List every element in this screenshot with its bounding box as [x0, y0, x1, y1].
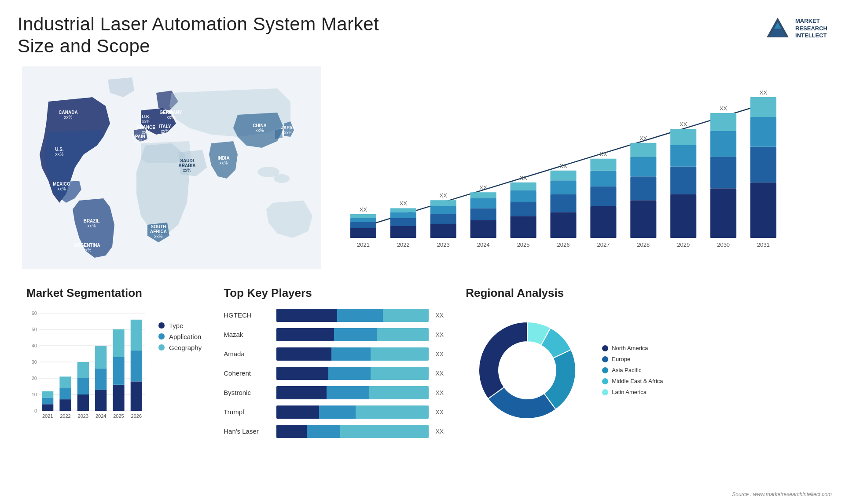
svg-text:2023: 2023	[437, 241, 450, 248]
svg-text:30: 30	[32, 359, 37, 365]
legend-dot	[158, 344, 165, 351]
player-value: XX	[436, 428, 444, 435]
player-value: XX	[436, 312, 444, 319]
legend-dot	[158, 322, 165, 329]
svg-text:ARABIA: ARABIA	[179, 163, 196, 168]
source-text: Source : www.marketresearchintellect.com	[732, 491, 832, 497]
svg-text:60: 60	[32, 310, 37, 316]
svg-text:xx%: xx%	[55, 152, 64, 157]
svg-rect-140	[131, 381, 142, 411]
svg-rect-65	[511, 202, 536, 216]
svg-rect-120	[42, 404, 53, 411]
svg-text:XX: XX	[360, 206, 367, 213]
svg-text:xx%: xx%	[284, 130, 293, 135]
svg-rect-77	[590, 186, 616, 206]
svg-text:XX: XX	[639, 135, 647, 141]
svg-rect-94	[710, 188, 736, 238]
svg-rect-48	[390, 212, 416, 218]
key-players-section: Top Key Players HGTECH XX Mazak XX Amada…	[210, 286, 457, 504]
svg-text:2030: 2030	[717, 241, 730, 248]
svg-rect-43	[350, 214, 376, 218]
player-bar-seg	[331, 347, 371, 361]
donut-wrapper: North AmericaEuropeAsia PacificMiddle Ea…	[466, 309, 819, 432]
svg-text:xx%: xx%	[135, 139, 143, 144]
page-title: Industrial Laser Automation System Marke…	[18, 13, 414, 58]
player-bar-seg	[276, 425, 307, 438]
regional-dot	[602, 378, 608, 384]
svg-text:2024: 2024	[96, 413, 106, 419]
svg-text:JAPAN: JAPAN	[281, 125, 295, 130]
svg-text:XX: XX	[480, 184, 488, 191]
svg-text:xx%: xx%	[220, 161, 228, 165]
svg-rect-41	[350, 222, 376, 228]
legend-label: Geography	[169, 344, 202, 351]
svg-rect-76	[590, 206, 616, 238]
svg-text:CANADA: CANADA	[59, 110, 77, 115]
player-bar-container	[276, 425, 428, 438]
bar-chart-wrapper: XX2021XX2022XX2023XX2024XX2025XX2026XX20…	[334, 71, 819, 264]
player-value: XX	[436, 389, 444, 396]
svg-text:40: 40	[32, 343, 37, 348]
player-row: Trumpf XX	[224, 405, 444, 419]
svg-text:2026: 2026	[557, 241, 570, 248]
svg-rect-53	[430, 214, 456, 224]
top-row: CANADA xx% U.S. xx% MEXICO xx% BRAZIL xx…	[9, 62, 836, 282]
svg-text:0: 0	[34, 408, 37, 413]
regional-dot	[602, 345, 608, 351]
svg-rect-60	[470, 198, 496, 208]
player-bar-seg	[383, 309, 429, 322]
regional-title: Regional Analysis	[466, 286, 819, 300]
svg-text:XX: XX	[720, 105, 727, 112]
player-bar-seg	[356, 405, 429, 419]
donut-segment	[479, 322, 527, 399]
regional-legend-item: North America	[602, 345, 663, 351]
player-bar-seg	[340, 425, 428, 438]
regional-legend-item: Asia Pacific	[602, 367, 663, 373]
player-value: XX	[436, 370, 444, 377]
player-bar-seg	[371, 347, 428, 361]
svg-text:xx%: xx%	[64, 115, 73, 120]
svg-rect-137	[113, 357, 124, 385]
player-list: HGTECH XX Mazak XX Amada XX Coherent XX …	[224, 309, 444, 438]
svg-rect-49	[390, 208, 416, 212]
player-row: Han's Laser XX	[224, 425, 444, 438]
svg-rect-136	[113, 385, 124, 411]
seg-chart: 0102030405060202120222023202420252026	[26, 309, 150, 432]
regional-legend-item: Middle East & Africa	[602, 378, 663, 384]
svg-text:SOUTH: SOUTH	[151, 224, 166, 229]
svg-rect-61	[470, 192, 496, 198]
legend-label: Application	[169, 333, 201, 340]
svg-text:xx%: xx%	[167, 115, 175, 120]
svg-text:SAUDI: SAUDI	[180, 158, 194, 163]
svg-text:xx%: xx%	[154, 234, 163, 239]
svg-text:2022: 2022	[60, 413, 70, 419]
svg-text:xx%: xx%	[256, 128, 264, 133]
svg-text:xx%: xx%	[161, 129, 169, 134]
svg-rect-70	[550, 212, 576, 238]
regional-label: Europe	[612, 356, 630, 362]
svg-text:xx%: xx%	[88, 223, 96, 228]
svg-point-5	[274, 174, 290, 183]
svg-rect-79	[590, 158, 616, 170]
svg-text:2027: 2027	[597, 241, 610, 248]
svg-text:2028: 2028	[637, 241, 650, 248]
svg-text:xx%: xx%	[142, 119, 151, 124]
player-row: Coherent XX	[224, 367, 444, 380]
svg-text:10: 10	[32, 392, 37, 397]
svg-rect-54	[430, 206, 456, 214]
logo: MARKETRESEARCHINTELLECT	[764, 15, 827, 42]
svg-text:XX: XX	[559, 163, 567, 169]
svg-rect-40	[350, 228, 376, 238]
svg-rect-129	[77, 378, 89, 394]
svg-text:2031: 2031	[757, 241, 770, 248]
svg-rect-124	[59, 399, 71, 411]
regional-dot	[602, 389, 608, 395]
svg-rect-59	[470, 208, 496, 220]
player-row: Bystronic XX	[224, 386, 444, 399]
svg-rect-126	[59, 376, 71, 388]
regional-section: Regional Analysis North AmericaEuropeAsi…	[457, 286, 827, 504]
svg-rect-52	[430, 224, 456, 238]
svg-rect-90	[670, 145, 696, 167]
player-bar-seg	[337, 309, 383, 322]
svg-rect-42	[350, 218, 376, 222]
